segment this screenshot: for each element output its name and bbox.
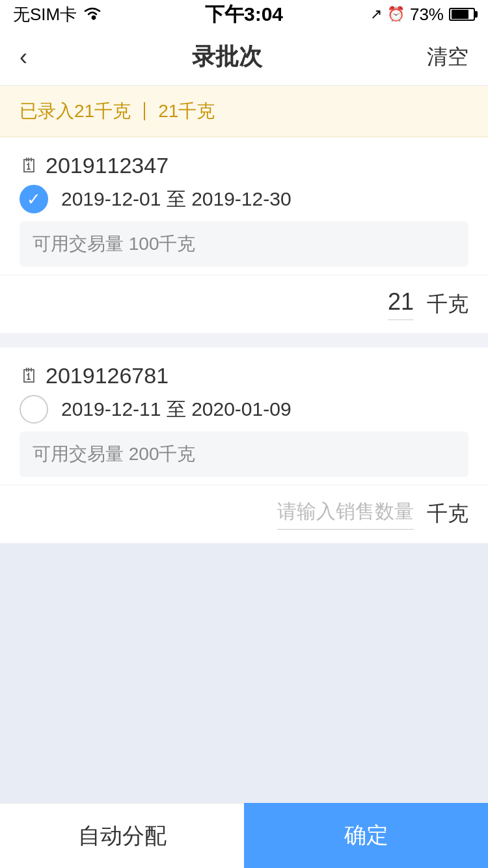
back-button[interactable]: ‹ (20, 44, 27, 71)
batch-2-unit: 千克 (427, 500, 468, 528)
batch-1-quantity[interactable]: 21 (388, 288, 414, 320)
batch-2-id: 2019126781 (46, 363, 169, 388)
batch-1-header: 🗓 2019112347 (0, 137, 488, 185)
batch-1-avail: 可用交易量 100千克 (20, 221, 468, 267)
batch-1-icon: 🗓 (20, 155, 39, 177)
batch-2-qty-input[interactable]: 请输入销售数量 (277, 498, 414, 530)
section-separator (0, 334, 488, 347)
status-left: 无SIM卡 (13, 3, 102, 26)
batch-1-unit: 千克 (427, 290, 468, 319)
batch-1-qty-row: 21 千克 (0, 275, 488, 333)
batch-card-1: 🗓 2019112347 2019-12-01 至 2019-12-30 可用交… (0, 137, 488, 333)
alarm-icon: ⏰ (387, 6, 405, 23)
nav-bar: ‹ 录批次 清空 (0, 29, 488, 86)
wifi-icon (83, 5, 102, 25)
batch-2-row[interactable]: 2019-12-11 至 2020-01-09 (0, 395, 488, 424)
status-right: ↗ ⏰ 73% (370, 5, 475, 25)
clear-button[interactable]: 清空 (427, 43, 468, 72)
battery-percent: 73% (410, 5, 444, 25)
location-icon: ↗ (370, 6, 382, 23)
batch-2-radio[interactable] (20, 395, 48, 424)
bottom-bar: 自动分配 确定 (0, 803, 488, 868)
recorded-amount: 已录入21千克 (20, 99, 131, 124)
carrier-text: 无SIM卡 (13, 3, 77, 26)
batch-1-row[interactable]: 2019-12-01 至 2019-12-30 (0, 185, 488, 213)
empty-space (0, 544, 488, 830)
batch-2-icon: 🗓 (20, 365, 39, 387)
auto-distribute-button[interactable]: 自动分配 (0, 803, 244, 868)
page-title: 录批次 (192, 41, 262, 73)
confirm-button[interactable]: 确定 (244, 803, 488, 868)
batch-2-header: 🗓 2019126781 (0, 347, 488, 395)
info-divider (144, 102, 145, 120)
batch-2-placeholder: 请输入销售数量 (277, 500, 414, 522)
battery-icon (449, 8, 475, 21)
batch-1-date: 2019-12-01 至 2019-12-30 (61, 186, 291, 213)
status-time: 下午3:04 (205, 1, 283, 28)
batch-2-qty-row: 请输入销售数量 千克 (0, 485, 488, 543)
batch-2-date: 2019-12-11 至 2020-01-09 (61, 396, 291, 423)
info-banner: 已录入21千克 21千克 (0, 86, 488, 137)
batch-card-2: 🗓 2019126781 2019-12-11 至 2020-01-09 可用交… (0, 347, 488, 543)
batch-1-radio[interactable] (20, 185, 48, 213)
batch-2-avail: 可用交易量 200千克 (20, 431, 468, 477)
status-bar: 无SIM卡 下午3:04 ↗ ⏰ 73% (0, 0, 488, 29)
total-amount: 21千克 (158, 99, 215, 124)
batch-1-id: 2019112347 (46, 153, 169, 178)
